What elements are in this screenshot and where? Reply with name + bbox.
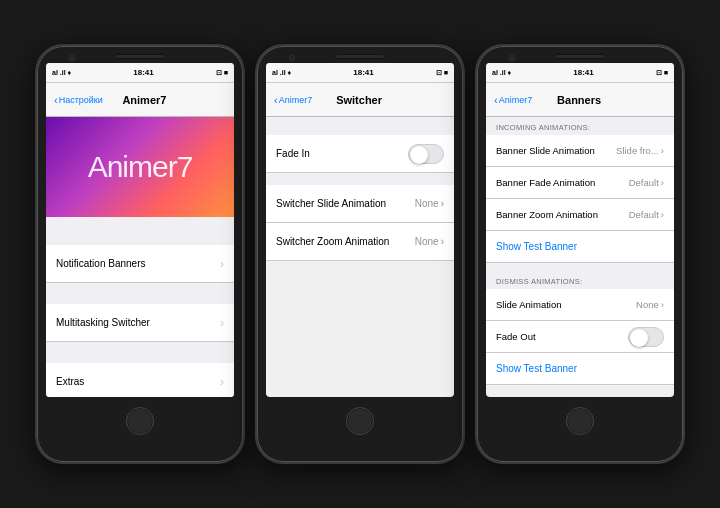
phone-1: al .il ♦ 18:41 ⊡ ■ ‹ Настройки Animer7 A… [35,44,245,464]
side-button-3 [683,116,685,136]
menu-label-1: Multitasking Switcher [56,317,150,328]
signal-icons-2: al .il ♦ [272,69,291,76]
show-test-banner-incoming[interactable]: Show Test Banner [486,231,674,263]
settings-item-slide-anim[interactable]: Switcher Slide Animation None › [266,185,454,223]
phone-top-2 [257,46,463,59]
phones-container: al .il ♦ 18:41 ⊡ ■ ‹ Настройки Animer7 A… [25,34,695,474]
nav-title-3: Banners [557,94,601,106]
volume-down-2 [255,126,257,141]
settings-item-fade-in[interactable]: Fade In [266,135,454,173]
phone-bottom-2 [257,401,463,443]
banner-slide-anim[interactable]: Banner Slide Animation Slide fro... › [486,135,674,167]
battery-icons-2: ⊡ ■ [436,69,448,77]
settings-label-slide: Switcher Slide Animation [276,198,386,209]
fade-out-toggle[interactable] [628,327,664,347]
fade-val: Default [629,177,659,188]
nav-bar-3: ‹ Animer7 Banners [486,83,674,117]
volume-up-2 [255,106,257,121]
chevron-right-icon-1: › [220,316,224,330]
banners-screen: INCOMING ANIMATIONS: Banner Slide Animat… [486,117,674,385]
chevron-right-slide: › [441,198,444,209]
dismiss-section-header: DISMISS ANIMATIONS: [486,271,674,289]
back-button-2[interactable]: ‹ Animer7 [274,94,312,106]
banner-zoom-label: Banner Zoom Animation [496,209,598,220]
menu-item-extras[interactable]: Extras › [46,363,234,397]
menu-label-2: Extras [56,376,84,387]
banner-fade-anim[interactable]: Banner Fade Animation Default › [486,167,674,199]
hero-banner: Animer7 [46,117,234,217]
back-label-1: Настройки [59,95,103,105]
settings-value-slide: None › [415,198,444,209]
section-gap [486,263,674,271]
volume-down [35,126,37,141]
banner-zoom-value: Default › [629,209,664,220]
banner-fade-label: Banner Fade Animation [496,177,595,188]
dismiss-fade-out[interactable]: Fade Out [486,321,674,353]
home-button-3[interactable] [566,407,594,435]
phone-top-3 [477,46,683,59]
status-bar: al .il ♦ 18:41 ⊡ ■ [46,63,234,83]
phone-bottom-1 [37,401,243,443]
zoom-val: Default [629,209,659,220]
home-button-1[interactable] [126,407,154,435]
dismiss-slide-anim[interactable]: Slide Animation None › [486,289,674,321]
volume-up-3 [475,106,477,121]
fade-in-toggle[interactable] [408,144,444,164]
menu-item-switcher[interactable]: Multitasking Switcher › [46,304,234,342]
signal-strength-3: al .il ♦ [492,69,511,76]
signal-strength-2: al .il ♦ [272,69,291,76]
battery-icon-3: ⊡ ■ [656,69,668,77]
settings-item-zoom-anim[interactable]: Switcher Zoom Animation None › [266,223,454,261]
nav-title-1: Animer7 [122,94,166,106]
nav-bar-2: ‹ Animer7 Switcher [266,83,454,117]
menu-separator-3 [46,343,234,363]
side-button-2 [463,116,465,136]
chevron-fade: › [661,177,664,188]
settings-label-zoom: Switcher Zoom Animation [276,236,389,247]
side-button [243,116,245,136]
menu-label-0: Notification Banners [56,258,146,269]
show-banner-label-1: Show Test Banner [496,241,577,252]
speaker [115,54,165,59]
back-button-1[interactable]: ‹ Настройки [54,94,103,106]
slide-value: None [415,198,439,209]
signal-strength: al .il ♦ [52,69,71,76]
chevron-left-icon-3: ‹ [494,94,498,106]
phone-2: al .il ♦ 18:41 ⊡ ■ ‹ Animer7 Switcher [255,44,465,464]
signal-icons-3: al .il ♦ [492,69,511,76]
volume-down-3 [475,126,477,141]
time-display: 18:41 [133,68,153,77]
zoom-value: None [415,236,439,247]
hero-text: Animer7 [88,150,193,184]
camera-icon-2 [289,55,295,61]
status-bar-2: al .il ♦ 18:41 ⊡ ■ [266,63,454,83]
show-banner-label-2: Show Test Banner [496,363,577,374]
screen-3: al .il ♦ 18:41 ⊡ ■ ‹ Animer7 Banners INC… [486,63,674,397]
settings-label-fade-in: Fade In [276,148,310,159]
battery-icons: ⊡ ■ [216,69,228,77]
banner-fade-value: Default › [629,177,664,188]
toggle-knob-fade-in [410,146,428,164]
phone-top [37,46,243,59]
screen-1: al .il ♦ 18:41 ⊡ ■ ‹ Настройки Animer7 A… [46,63,234,397]
camera-icon [69,55,75,61]
battery-icon-2: ⊡ ■ [436,69,448,77]
dismiss-slide-val: None [636,299,659,310]
chevron-left-icon: ‹ [54,94,58,106]
settings-value-zoom: None › [415,236,444,247]
banner-zoom-anim[interactable]: Banner Zoom Animation Default › [486,199,674,231]
back-button-3[interactable]: ‹ Animer7 [494,94,532,106]
battery-icons-3: ⊡ ■ [656,69,668,77]
dismiss-fade-label: Fade Out [496,331,536,342]
volume-up [35,106,37,121]
nav-bar-1: ‹ Настройки Animer7 [46,83,234,117]
nav-title-2: Switcher [336,94,382,106]
screen-2: al .il ♦ 18:41 ⊡ ■ ‹ Animer7 Switcher [266,63,454,397]
signal-icons: al .il ♦ [52,69,71,76]
home-button-2[interactable] [346,407,374,435]
back-label-3: Animer7 [499,95,533,105]
show-test-banner-dismiss[interactable]: Show Test Banner [486,353,674,385]
chevron-dismiss: › [661,299,664,310]
chevron-right-icon-0: › [220,257,224,271]
menu-item-notification-banners[interactable]: Notification Banners › [46,245,234,283]
